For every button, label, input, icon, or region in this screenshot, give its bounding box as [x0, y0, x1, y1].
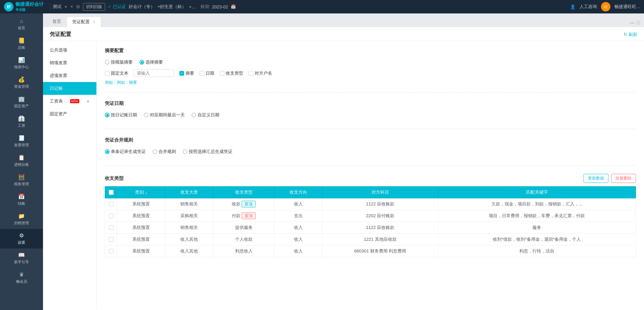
left-nav-purchase-invoice[interactable]: 进项发票 [43, 69, 96, 82]
income-expense-section: 收支类型 更新数据 批量删除 [105, 174, 636, 264]
sidebar-label-settlement: 结账 [18, 201, 25, 206]
sidebar-item-settings[interactable]: ⚙ 设置 [0, 229, 43, 248]
tab-actions: — □ [626, 20, 644, 27]
row-category: 系统预置 [117, 222, 165, 234]
checkbox-fixed-text[interactable]: 固定文本 [105, 70, 128, 76]
sidebar-item-reports[interactable]: 📊 报表中心 [0, 53, 43, 73]
radio-merge-rule[interactable]: 合并规则 [153, 149, 176, 155]
row-checkbox-cell [105, 234, 117, 245]
sidebar-item-ledger[interactable]: 📒 总账 [0, 34, 43, 53]
fixed-text-input[interactable] [134, 69, 174, 77]
sidebar-item-salary[interactable]: 👔 工资 [0, 112, 43, 131]
switch-version-button[interactable]: 切到旧版 [83, 3, 105, 11]
row-checkbox[interactable] [109, 249, 114, 254]
left-nav-fixed-assets[interactable]: 固定资产 [43, 108, 96, 120]
row-subject: 2202 应付账款 [323, 210, 438, 222]
radio-period-last-day[interactable]: 对应期间最后一天 [144, 112, 185, 118]
radio-custom-date[interactable]: 自定义日期 [191, 112, 219, 118]
sidebar-item-purchase[interactable]: 📋 进销台账 [0, 151, 43, 170]
row-checkbox[interactable] [109, 202, 114, 206]
left-nav-public[interactable]: 公共选项 [43, 44, 96, 56]
row-checkbox-cell [105, 222, 117, 234]
left-nav: 公共选项 销项发票 进项发票 日记账 工资表 NEW [43, 41, 97, 309]
batch-delete-button[interactable]: 批量删除 [611, 174, 636, 183]
sidebar-item-member[interactable]: ♛ 畅会员 [0, 268, 43, 287]
row-keywords: 项目，日常费用，报销款，车费，承兑汇票，付款 [438, 210, 636, 222]
radio-aggregate[interactable]: 按照选择汇总生成凭证 [183, 149, 232, 155]
row-direction: 支出 [274, 210, 323, 222]
minimize-icon[interactable]: — [630, 20, 635, 25]
sidebar-item-assets[interactable]: 🏢 固定资产 [0, 92, 43, 112]
maximize-icon[interactable]: □ [637, 20, 640, 25]
sidebar-label-settings: 设置 [18, 240, 25, 245]
radio-template-summary[interactable]: 按模版摘要 [105, 59, 133, 65]
row-big-category: 收入其他 [165, 245, 213, 257]
tab-close-icon[interactable]: × [93, 20, 95, 24]
row-keywords: 收到*借款，收到*备用金，退回*备用金，个人 [438, 234, 636, 245]
type-tag[interactable]: 置顶 [242, 201, 256, 207]
type-tag[interactable]: 置顶 [242, 212, 256, 219]
checkbox-counterpart[interactable]: 对方户名 [249, 70, 272, 76]
checkbox-date[interactable]: 日期 [200, 70, 214, 76]
main-layout: ⌂ 首页 📒 总账 📊 报表中心 💰 资金管理 🏢 固定资产 👔 工资 🧾 发票… [0, 13, 644, 310]
topbar-right: 👤 人工咨询 旺 畅捷通旺旺... [570, 2, 640, 11]
select-all-checkbox[interactable] [109, 190, 114, 195]
table-row: 系统预置 收入其他 利息收入 收入 660301 财务费用 利息费用 利息，行转… [105, 245, 636, 257]
checkbox-summary[interactable]: ✓ 摘要 [179, 70, 194, 76]
th-checkbox [105, 187, 117, 198]
sidebar-item-tax[interactable]: 🧮 税务管理 [0, 170, 43, 190]
inner-layout: 公共选项 销项发票 进项发票 日记账 工资表 NEW [43, 41, 644, 309]
tab-voucher-config[interactable]: 凭证配置 × [67, 16, 101, 27]
left-nav-payroll[interactable]: 工资表 NEW ▼ [43, 95, 96, 108]
left-nav-diary[interactable]: 日记账 [43, 82, 96, 95]
table-body: 系统预置 销售相关 收款 置顶 收入 1122 应收账款 欠款，现金，项目款，到… [105, 198, 636, 257]
radio-circle-select [139, 60, 144, 65]
merge-rules-title: 凭证合并规则 [105, 137, 636, 143]
summary-section-title: 摘要配置 [105, 48, 636, 54]
tab-home[interactable]: 首页 [47, 16, 67, 27]
consult-label[interactable]: 人工咨询 [579, 4, 597, 10]
sort-icon[interactable]: ↕ [145, 190, 147, 195]
sidebar-item-settlement[interactable]: 📅 结账 [0, 190, 43, 209]
radio-diary-date[interactable]: 按日记账日期 [105, 112, 137, 118]
calendar-icon[interactable]: 📅 [231, 4, 236, 9]
row-checkbox[interactable] [109, 225, 114, 230]
sidebar-item-guide[interactable]: 📖 新手引导 [0, 248, 43, 268]
sidebar: ⌂ 首页 📒 总账 📊 报表中心 💰 资金管理 🏢 固定资产 👔 工资 🧾 发票… [0, 13, 43, 310]
row-big-category: 销售相关 [165, 198, 213, 210]
row-category: 系统预置 [117, 245, 165, 257]
checkbox-box-date [200, 71, 204, 76]
invoice-icon: 🧾 [18, 135, 25, 141]
period-label: 账期 [201, 4, 209, 10]
config-area: 摘要配置 按模版摘要 选择摘要 [97, 41, 644, 309]
row-type: 收款 置顶 [213, 198, 274, 210]
row-big-category: 销售相关 [165, 222, 213, 234]
verified-tag: ✓ 已认证 [108, 4, 126, 10]
sidebar-item-invoice[interactable]: 🧾 发票管理 [0, 131, 43, 151]
row-direction: 收入 [274, 245, 323, 257]
left-nav-sales-invoice[interactable]: 销项发票 [43, 56, 96, 69]
update-data-button[interactable]: 更新数据 [584, 174, 608, 183]
radio-select-summary[interactable]: 选择摘要 [139, 59, 163, 65]
row-checkbox[interactable] [109, 214, 114, 218]
refresh-button[interactable]: ↻ 刷新 [624, 32, 637, 38]
row-checkbox[interactable] [109, 237, 114, 242]
row-big-category: 采购相关 [165, 210, 213, 222]
radio-single-record[interactable]: 单条记录生成凭证 [105, 149, 146, 155]
summary-radio-group: 按模版摘要 选择摘要 [105, 59, 636, 65]
checkbox-income-type[interactable]: 收支类型 [220, 70, 243, 76]
row-keywords: 服务 [438, 222, 636, 234]
th-direction: 收支方向 [274, 187, 323, 198]
logo: 好 畅捷通好会计 专业版 [4, 1, 47, 12]
add-icon[interactable]: + [70, 4, 73, 10]
table-row: 系统预置 收入其他 个人收款 收入 1221 其他应收款 收到*借款，收到*备用… [105, 234, 636, 245]
sidebar-item-finance[interactable]: 💰 资金管理 [0, 73, 43, 92]
test-chevron-icon[interactable]: ▼ [64, 5, 68, 9]
sidebar-item-archive[interactable]: 📁 归档管理 [0, 209, 43, 229]
summary-config-section: 摘要配置 按模版摘要 选择摘要 [105, 48, 636, 92]
sidebar-item-home[interactable]: ⌂ 首页 [0, 15, 43, 34]
gear-icon[interactable]: ⚙ [76, 4, 80, 9]
th-type: 收支类型 [213, 187, 274, 198]
row-big-category: 收入其他 [165, 234, 213, 245]
checkbox-box-fixed [105, 71, 110, 76]
